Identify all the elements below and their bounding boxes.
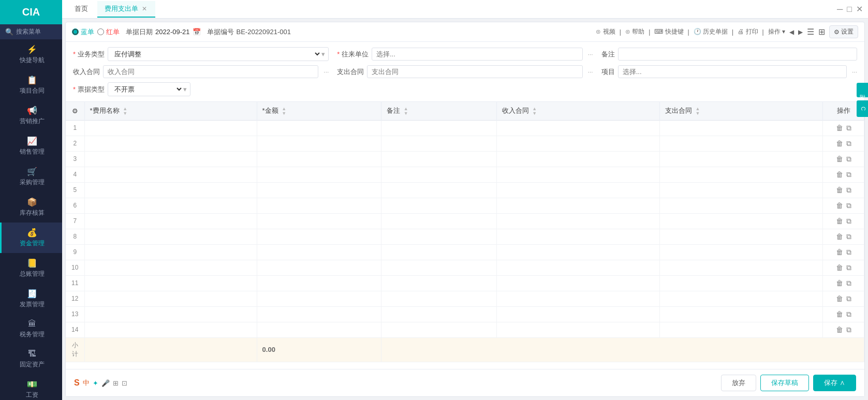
invoice-type-select[interactable]: 不开票 [108,83,183,96]
row-remark[interactable] [381,260,497,275]
row-expense-name[interactable] [84,136,257,151]
row-amount[interactable] [257,151,381,167]
row-expense-contract[interactable] [659,136,822,151]
minimize-icon[interactable]: ─ [837,5,843,14]
income-contract-more[interactable]: ··· [323,68,329,76]
col-income-contract[interactable]: 收入合同 ▲▼ [496,102,659,120]
row-expense-name[interactable] [84,198,257,213]
project-input[interactable] [618,65,847,78]
row-remark[interactable] [381,229,497,244]
col-expense-contract[interactable]: 支出合同 ▲▼ [659,102,822,120]
row-copy-icon[interactable]: ⧉ [846,139,851,148]
sidebar-item-accounting[interactable]: 📒 总账管理 [0,253,62,284]
sidebar-item-invoice[interactable]: 🧾 发票管理 [0,284,62,314]
row-amount[interactable] [257,244,381,260]
row-amount[interactable] [257,260,381,275]
row-amount[interactable] [257,213,381,229]
row-copy-icon[interactable]: ⧉ [846,217,851,226]
red-bill-radio[interactable]: 红单 [97,27,120,37]
row-delete-icon[interactable]: 🗑 [836,248,843,256]
row-remark[interactable] [381,120,497,136]
row-remark[interactable] [381,182,497,198]
row-expense-name[interactable] [84,306,257,322]
tab-home[interactable]: 首页 [67,1,95,18]
sidebar-item-marketing[interactable]: 📢 营销推广 [0,100,62,131]
right-float-c[interactable]: C [857,100,868,117]
help-btn[interactable]: ⊙ 帮助 [625,27,644,36]
row-copy-icon[interactable]: ⧉ [846,186,851,195]
row-copy-icon[interactable]: ⧉ [846,155,851,164]
date-value[interactable]: 2022-09-21 [155,28,190,36]
sidebar-search[interactable]: 🔍 搜索菜单 [0,24,62,39]
row-copy-icon[interactable]: ⧉ [846,124,851,132]
row-income-contract[interactable] [496,275,659,291]
remark-input[interactable] [618,48,857,61]
row-delete-icon[interactable]: 🗑 [836,170,843,179]
row-remark[interactable] [381,198,497,213]
row-expense-name[interactable] [84,182,257,198]
blue-bill-radio[interactable]: 蓝单 [72,27,94,37]
sidebar-item-quick-nav[interactable]: ⚡ 快捷导航 [0,39,62,70]
row-delete-icon[interactable]: 🗑 [836,232,843,241]
row-delete-icon[interactable]: 🗑 [836,310,843,318]
row-income-contract[interactable] [496,229,659,244]
sidebar-item-project-contract[interactable]: 📋 项目合同 [0,70,62,100]
row-remark[interactable] [381,275,497,291]
business-type-select[interactable]: 应付调整 [108,48,322,61]
row-expense-contract[interactable] [659,198,822,213]
row-copy-icon[interactable]: ⧉ [846,294,851,303]
expense-contract-more[interactable]: ··· [588,68,593,76]
row-copy-icon[interactable]: ⧉ [846,310,851,319]
row-amount[interactable] [257,322,381,337]
row-expense-name[interactable] [84,151,257,167]
row-amount[interactable] [257,306,381,322]
row-expense-name[interactable] [84,322,257,337]
row-remark[interactable] [381,244,497,260]
row-expense-name[interactable] [84,275,257,291]
save-draft-btn[interactable]: 保存草稿 [760,375,809,391]
sidebar-item-funds[interactable]: 💰 资金管理 [0,223,62,253]
video-btn[interactable]: ⊙ 视频 [596,27,615,36]
project-more[interactable]: ··· [852,68,857,76]
row-delete-icon[interactable]: 🗑 [836,294,843,303]
col-config[interactable]: ⚙ [66,102,84,120]
row-delete-icon[interactable]: 🗑 [836,139,843,147]
sidebar-item-purchase[interactable]: 🛒 采购管理 [0,161,62,192]
row-expense-contract[interactable] [659,291,822,306]
row-expense-name[interactable] [84,244,257,260]
row-expense-contract[interactable] [659,213,822,229]
row-income-contract[interactable] [496,167,659,182]
row-delete-icon[interactable]: 🗑 [836,186,843,194]
row-copy-icon[interactable]: ⧉ [846,263,851,272]
business-type-select-wrap[interactable]: 应付调整 ▾ [108,47,329,61]
col-remark[interactable]: 备注 ▲▼ [381,102,497,120]
row-remark[interactable] [381,306,497,322]
sidebar-item-sales[interactable]: 📈 销售管理 [0,131,62,161]
row-remark[interactable] [381,167,497,182]
row-income-contract[interactable] [496,120,659,136]
row-copy-icon[interactable]: ⧉ [846,325,851,334]
row-amount[interactable] [257,120,381,136]
ops-btn[interactable]: 操作 ▾ [768,27,785,36]
expense-contract-input[interactable] [367,65,582,78]
row-expense-contract[interactable] [659,306,822,322]
sidebar-logo[interactable]: CIA [0,0,62,24]
invoice-type-select-wrap[interactable]: 不开票 ▾ [108,82,190,96]
row-amount[interactable] [257,136,381,151]
save-btn[interactable]: 保存 ∧ [813,375,856,391]
row-income-contract[interactable] [496,306,659,322]
sidebar-item-salary[interactable]: 💵 工资 [0,374,62,400]
tab-expense-close[interactable]: ✕ [141,5,148,12]
settings-btn[interactable]: ⚙ 设置 [829,25,858,38]
row-expense-name[interactable] [84,213,257,229]
row-expense-contract[interactable] [659,244,822,260]
row-copy-icon[interactable]: ⧉ [846,279,851,288]
row-delete-icon[interactable]: 🗑 [836,155,843,163]
row-delete-icon[interactable]: 🗑 [836,279,843,287]
row-remark[interactable] [381,322,497,337]
row-income-contract[interactable] [496,291,659,306]
row-expense-contract[interactable] [659,151,822,167]
row-delete-icon[interactable]: 🗑 [836,201,843,210]
counterparty-more[interactable]: ··· [588,51,593,58]
row-income-contract[interactable] [496,151,659,167]
